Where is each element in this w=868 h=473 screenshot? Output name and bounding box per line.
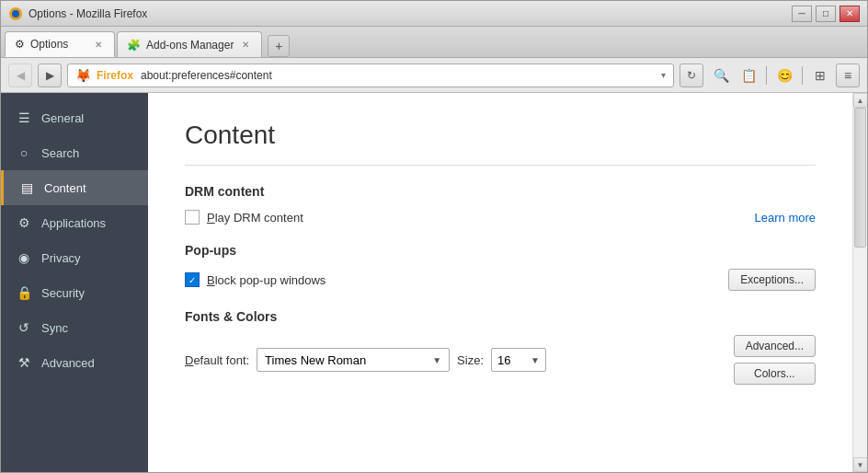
content-inner: Content DRM content Play DRM content Lea… bbox=[148, 93, 852, 412]
url-display: about:preferences#content bbox=[141, 69, 656, 82]
security-icon: 🔒 bbox=[16, 284, 32, 301]
browser-window: Options - Mozilla Firefox ─ □ ✕ ⚙ Option… bbox=[0, 0, 868, 473]
popup-row: ✓ Block pop-up windows Exceptions... bbox=[185, 269, 816, 291]
privacy-icon: ◉ bbox=[16, 249, 32, 266]
sidebar-label-sync: Sync bbox=[41, 321, 68, 335]
sidebar-label-advanced: Advanced bbox=[41, 356, 95, 370]
face-button[interactable]: 😊 bbox=[772, 63, 796, 87]
popup-checkbox[interactable]: ✓ bbox=[185, 272, 200, 287]
fonts-row: Default font: Times New Roman ▼ Size: 16… bbox=[185, 335, 816, 385]
titlebar-buttons: ─ □ ✕ bbox=[792, 6, 860, 22]
titlebar-icon bbox=[8, 6, 23, 21]
general-icon: ☰ bbox=[16, 110, 32, 126]
size-value: 16 bbox=[497, 353, 510, 367]
apps-button[interactable]: ⊞ bbox=[808, 63, 832, 87]
fonts-controls: Default font: Times New Roman ▼ Size: 16… bbox=[185, 348, 546, 372]
toolbar-divider bbox=[766, 66, 767, 85]
titlebar-title: Options - Mozilla Firefox bbox=[29, 7, 792, 20]
sidebar-label-search: Search bbox=[41, 146, 79, 160]
scrollbar-down[interactable]: ▼ bbox=[853, 457, 868, 472]
new-tab-button[interactable]: + bbox=[268, 35, 290, 57]
search-icon-button[interactable]: 🔍 bbox=[709, 63, 733, 87]
sidebar-item-general[interactable]: ☰ General bbox=[1, 100, 148, 135]
font-select-value: Times New Roman bbox=[265, 353, 366, 367]
sidebar-item-applications[interactable]: ⚙ Applications bbox=[1, 205, 148, 240]
fonts-section: Fonts & Colors Default font: Times New R… bbox=[185, 309, 816, 385]
exceptions-button[interactable]: Exceptions... bbox=[728, 269, 816, 291]
popup-checkbox-label: Block pop-up windows bbox=[207, 273, 326, 287]
drm-checkbox-label: Play DRM content bbox=[207, 211, 303, 225]
size-label: Size: bbox=[457, 353, 484, 367]
size-select-arrow: ▼ bbox=[531, 355, 540, 365]
sidebar-item-security[interactable]: 🔒 Security bbox=[1, 275, 148, 310]
sidebar-label-general: General bbox=[41, 111, 84, 125]
minimize-button[interactable]: ─ bbox=[792, 6, 812, 22]
default-font-label: Default font: bbox=[185, 353, 249, 367]
tab-options-icon: ⚙ bbox=[15, 38, 25, 51]
sidebar-item-sync[interactable]: ↺ Sync bbox=[1, 310, 148, 345]
fonts-buttons: Advanced... Colors... bbox=[734, 335, 816, 385]
tab-addons-label: Add-ons Manager bbox=[146, 39, 234, 52]
applications-icon: ⚙ bbox=[16, 214, 32, 231]
colors-button[interactable]: Colors... bbox=[734, 363, 816, 385]
fonts-heading: Fonts & Colors bbox=[185, 309, 816, 324]
tab-options-label: Options bbox=[30, 38, 68, 51]
site-icon: 🦊 bbox=[75, 68, 91, 83]
drm-heading: DRM content bbox=[185, 184, 816, 199]
toolbar-divider2 bbox=[802, 66, 803, 85]
address-box[interactable]: 🦊 Firefox about:preferences#content ▾ bbox=[67, 63, 674, 87]
drm-checkbox[interactable] bbox=[185, 210, 200, 225]
sidebar-label-applications: Applications bbox=[41, 216, 106, 230]
svg-point-1 bbox=[12, 10, 19, 17]
content-area: Content DRM content Play DRM content Lea… bbox=[148, 93, 852, 472]
forward-button[interactable]: ▶ bbox=[38, 63, 62, 87]
main-area: ☰ General ○ Search ▤ Content ⚙ Applicati… bbox=[1, 93, 867, 472]
drm-left: Play DRM content bbox=[185, 210, 303, 225]
sidebar-label-content: Content bbox=[44, 181, 86, 195]
advanced-icon: ⚒ bbox=[16, 354, 32, 371]
sidebar-label-privacy: Privacy bbox=[41, 251, 81, 265]
sidebar-item-advanced[interactable]: ⚒ Advanced bbox=[1, 345, 148, 380]
popups-section: Pop-ups ✓ Block pop-up windows Exception… bbox=[185, 243, 816, 291]
maximize-button[interactable]: □ bbox=[816, 6, 836, 22]
sync-icon: ↺ bbox=[16, 319, 32, 336]
scrollbar-thumb[interactable] bbox=[854, 108, 866, 248]
sidebar-item-privacy[interactable]: ◉ Privacy bbox=[1, 240, 148, 275]
tab-addons-close[interactable]: ✕ bbox=[239, 39, 252, 52]
back-button[interactable]: ◀ bbox=[8, 63, 32, 87]
tab-options[interactable]: ⚙ Options ✕ bbox=[5, 31, 115, 57]
drm-section: DRM content Play DRM content Learn more bbox=[185, 184, 816, 225]
close-button[interactable]: ✕ bbox=[839, 6, 860, 22]
tab-addons[interactable]: 🧩 Add-ons Manager ✕ bbox=[117, 31, 262, 57]
tab-addons-icon: 🧩 bbox=[127, 39, 141, 52]
scrollbar-up[interactable]: ▲ bbox=[853, 93, 868, 108]
content-icon: ▤ bbox=[18, 179, 35, 196]
section-divider-top bbox=[185, 165, 816, 166]
firefox-label: Firefox bbox=[97, 69, 133, 82]
size-select[interactable]: 16 ▼ bbox=[491, 348, 546, 372]
popup-left: ✓ Block pop-up windows bbox=[185, 272, 326, 287]
advanced-button[interactable]: Advanced... bbox=[734, 335, 816, 357]
page-title: Content bbox=[185, 121, 816, 150]
menu-button[interactable]: ≡ bbox=[836, 63, 860, 87]
bookmark-button[interactable]: 📋 bbox=[737, 63, 760, 87]
address-dropdown-icon[interactable]: ▾ bbox=[661, 70, 666, 80]
learn-more-link[interactable]: Learn more bbox=[755, 211, 816, 225]
tabbar: ⚙ Options ✕ 🧩 Add-ons Manager ✕ + bbox=[1, 27, 867, 58]
font-select[interactable]: Times New Roman ▼ bbox=[257, 348, 450, 372]
sidebar: ☰ General ○ Search ▤ Content ⚙ Applicati… bbox=[1, 93, 148, 472]
sidebar-label-security: Security bbox=[41, 286, 85, 300]
tab-options-close[interactable]: ✕ bbox=[92, 38, 105, 51]
scrollbar-track[interactable] bbox=[853, 108, 867, 457]
refresh-button[interactable]: ↻ bbox=[680, 63, 703, 87]
toolbar-icons: 🔍 📋 😊 ⊞ ≡ bbox=[709, 63, 860, 87]
titlebar: Options - Mozilla Firefox ─ □ ✕ bbox=[1, 1, 867, 27]
scrollbar: ▲ ▼ bbox=[852, 93, 867, 472]
popups-heading: Pop-ups bbox=[185, 243, 816, 258]
font-select-arrow: ▼ bbox=[432, 355, 441, 365]
search-icon: ○ bbox=[16, 144, 32, 161]
drm-row: Play DRM content Learn more bbox=[185, 210, 816, 225]
sidebar-item-search[interactable]: ○ Search bbox=[1, 135, 148, 170]
addressbar: ◀ ▶ 🦊 Firefox about:preferences#content … bbox=[1, 58, 867, 93]
sidebar-item-content[interactable]: ▤ Content bbox=[1, 170, 148, 205]
